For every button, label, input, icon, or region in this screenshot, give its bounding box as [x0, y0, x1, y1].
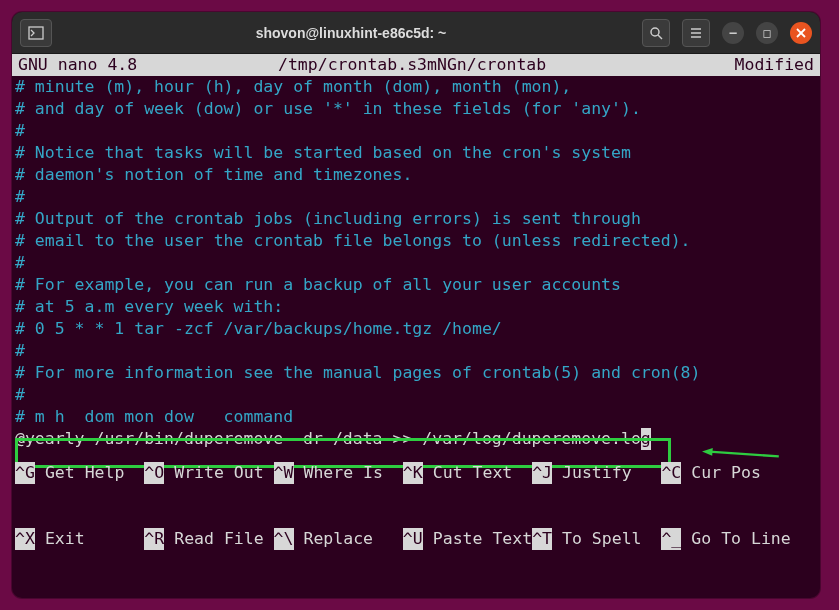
- shortcut-key: ^G: [15, 462, 35, 484]
- minimize-button[interactable]: –: [722, 22, 744, 44]
- shortcut-key: ^\: [274, 528, 294, 550]
- shortcut-key: ^W: [274, 462, 294, 484]
- shortcut-key: ^C: [661, 462, 681, 484]
- new-terminal-button[interactable]: [20, 19, 52, 47]
- shortcut-key: ^J: [532, 462, 552, 484]
- search-button[interactable]: [642, 19, 670, 47]
- comment-line: # email to the user the crontab file bel…: [15, 230, 817, 252]
- comment-line: # daemon's notion of time and timezones.: [15, 164, 817, 186]
- comment-line: # For example, you can run a backup of a…: [15, 274, 817, 296]
- comment-line: # For more information see the manual pa…: [15, 362, 817, 384]
- shortcut-key: ^T: [532, 528, 552, 550]
- comment-line: #: [15, 186, 817, 208]
- svg-rect-0: [29, 27, 43, 39]
- editor-content[interactable]: # minute (m), hour (h), day of month (do…: [12, 76, 820, 450]
- nano-status: Modified: [735, 54, 814, 76]
- shortcut-key: ^O: [144, 462, 164, 484]
- comment-line: #: [15, 252, 817, 274]
- comment-line: # 0 5 * * 1 tar -zcf /var/backups/home.t…: [15, 318, 817, 340]
- nano-app-name: GNU nano 4.8: [18, 54, 278, 76]
- titlebar: shovon@linuxhint-e86c5d: ~ – □: [12, 12, 820, 54]
- shortcut-key: ^U: [403, 528, 423, 550]
- nano-shortcuts: ^G Get Help ^O Write Out ^W Where Is ^K …: [12, 418, 820, 598]
- shortcut-key: ^R: [144, 528, 164, 550]
- terminal-area[interactable]: GNU nano 4.8 /tmp/crontab.s3mNGn/crontab…: [12, 54, 820, 598]
- shortcut-key: ^_: [661, 528, 681, 550]
- window-title: shovon@linuxhint-e86c5d: ~: [60, 25, 642, 41]
- comment-line: #: [15, 340, 817, 362]
- nano-file-path: /tmp/crontab.s3mNGn/crontab: [278, 54, 735, 76]
- comment-line: # at 5 a.m every week with:: [15, 296, 817, 318]
- close-button[interactable]: [790, 22, 812, 44]
- comment-line: # minute (m), hour (h), day of month (do…: [15, 76, 817, 98]
- shortcut-key: ^K: [403, 462, 423, 484]
- nano-header: GNU nano 4.8 /tmp/crontab.s3mNGn/crontab…: [12, 54, 820, 76]
- comment-line: # Notice that tasks will be started base…: [15, 142, 817, 164]
- maximize-button[interactable]: □: [756, 22, 778, 44]
- svg-line-2: [658, 35, 662, 39]
- comment-line: # and day of week (dow) or use '*' in th…: [15, 98, 817, 120]
- comment-line: #: [15, 384, 817, 406]
- comment-line: # Output of the crontab jobs (including …: [15, 208, 817, 230]
- comment-line: #: [15, 120, 817, 142]
- svg-point-1: [651, 28, 659, 36]
- terminal-window: shovon@linuxhint-e86c5d: ~ – □ GNU nano …: [12, 12, 820, 598]
- menu-button[interactable]: [682, 19, 710, 47]
- shortcut-key: ^X: [15, 528, 35, 550]
